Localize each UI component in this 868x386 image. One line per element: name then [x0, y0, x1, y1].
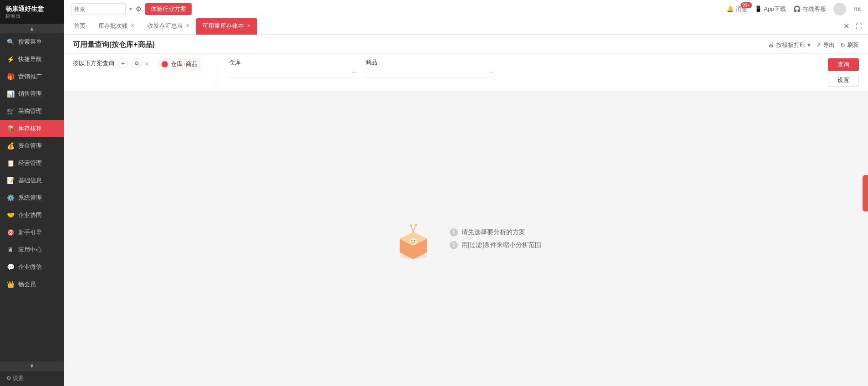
app-logo: 畅康通好生意 标准版: [0, 0, 64, 24]
message-button[interactable]: 🔔 消息 99+: [726, 5, 747, 13]
notes-icon: 📝: [6, 176, 15, 185]
topbar: ▾ ⚙ 体验行业方案 🔔 消息 99+ 📱 App下载 🎧 在线客服 Rit: [64, 0, 868, 18]
topbar-search-input[interactable]: [71, 3, 126, 15]
sidebar-item-membership[interactable]: 👑 畅会员: [0, 276, 64, 293]
filter-left: 按以下方案查询 + ⚙ «: [73, 58, 149, 68]
page-title: 可用量查询(按仓库+商品): [73, 40, 155, 50]
right-scroll-handle[interactable]: [863, 175, 868, 211]
sidebar-item-inventory[interactable]: 📦 库存核算: [0, 120, 64, 137]
query-button[interactable]: 查询: [828, 58, 859, 71]
industry-solution-button[interactable]: 体验行业方案: [145, 3, 192, 15]
warehouse-field-label: 仓库: [229, 58, 356, 67]
refresh-button[interactable]: ↻ 刷新: [840, 41, 859, 49]
tab-bar: 首页 库存批次账 ✕ 收发存汇总表 ✕ 可用量库存账本 ✕ ✕ ⛶: [64, 18, 868, 35]
gift-icon: 🎁: [6, 72, 15, 81]
filter-fields: 仓库 ··· 商品 ···: [229, 58, 810, 77]
warehouse-field-input-wrapper: ···: [229, 68, 356, 77]
sidebar-bottom[interactable]: ⚙ 设置: [0, 371, 64, 386]
tab-receipt-summary[interactable]: 收发存汇总表 ✕: [141, 18, 196, 35]
sidebar-scroll-down[interactable]: ▼: [0, 361, 64, 371]
filter-scheme-list: 仓库+商品: [158, 58, 202, 70]
search-icon: 🔍: [6, 38, 15, 46]
app-download-button[interactable]: 📱 App下载: [755, 5, 786, 13]
settings-small-button[interactable]: 设置: [828, 74, 859, 87]
tab-home[interactable]: 首页: [67, 18, 92, 35]
filter-label: 按以下方案查询: [73, 59, 114, 67]
goods-input[interactable]: [365, 68, 488, 75]
filter-settings-button[interactable]: ⚙: [132, 58, 142, 68]
tab-expand-button[interactable]: ⛶: [853, 21, 864, 32]
tab-close-button[interactable]: ✕: [841, 21, 852, 32]
crown-icon: 👑: [6, 280, 15, 288]
money-icon: 💰: [6, 142, 15, 150]
app-version: 标准版: [5, 13, 58, 19]
tab-label: 可用量库存账本: [203, 22, 244, 30]
tab-close-icon[interactable]: ✕: [186, 23, 190, 29]
page-header-actions: 🖨 按模板打印 ▾ ↗ 导出 ↻ 刷新: [768, 41, 859, 49]
svg-line-9: [413, 225, 416, 232]
goods-field-input-wrapper: ···: [365, 68, 493, 77]
svg-point-11: [415, 224, 417, 226]
tip-num-1: 1: [450, 228, 458, 237]
print-chevron-icon: ▾: [807, 41, 811, 48]
sidebar-item-label: 快捷导航: [18, 55, 42, 63]
target-icon: 🎯: [6, 228, 15, 237]
filter-collapse-button[interactable]: «: [145, 60, 149, 67]
sidebar: 畅康通好生意 标准版 ▲ 🔍 搜索菜单 ⚡ 快捷导航 🎁 营销推广 📊 销售管理…: [0, 0, 64, 386]
sidebar-item-label: 新手引导: [18, 228, 42, 237]
tabs-right-controls: ✕ ⛶: [841, 21, 864, 32]
tab-close-icon[interactable]: ✕: [247, 23, 251, 29]
export-button[interactable]: ↗ 导出: [816, 41, 835, 49]
phone-icon: 📱: [755, 5, 762, 12]
monitor-icon: 🖥: [6, 246, 15, 254]
filter-field-warehouse: 仓库 ···: [229, 58, 356, 77]
sidebar-item-quicknav[interactable]: ⚡ 快捷导航: [0, 51, 64, 68]
tab-close-icon[interactable]: ✕: [131, 23, 135, 29]
main-content: ▾ ⚙ 体验行业方案 🔔 消息 99+ 📱 App下载 🎧 在线客服 Rit 首…: [64, 0, 868, 386]
sidebar-item-label: 基础信息: [18, 176, 42, 185]
chat-icon: 💬: [6, 263, 15, 271]
tab-available-inventory[interactable]: 可用量库存账本 ✕: [196, 18, 257, 35]
warehouse-input[interactable]: [229, 68, 351, 75]
warehouse-more-icon[interactable]: ···: [352, 68, 357, 75]
sidebar-item-purchase[interactable]: 🛒 采购管理: [0, 103, 64, 120]
cart-icon: 🛒: [6, 107, 15, 115]
filter-actions-right: 查询 设置: [819, 58, 859, 87]
filter-add-button[interactable]: +: [118, 58, 128, 68]
sidebar-item-label: 资金管理: [18, 142, 42, 150]
sidebar-item-label: 营销推广: [18, 72, 42, 81]
sidebar-item-app-center[interactable]: 🖥 应用中心: [0, 241, 64, 258]
print-button[interactable]: 🖨 按模板打印 ▾: [768, 41, 811, 49]
sidebar-item-label: 畅会员: [18, 280, 36, 288]
sidebar-item-finance[interactable]: 💰 资金管理: [0, 137, 64, 154]
sidebar-item-marketing[interactable]: 🎁 营销推广: [0, 68, 64, 85]
sidebar-scroll-up[interactable]: ▲: [0, 24, 64, 33]
bell-icon: 🔔: [726, 5, 734, 12]
sidebar-item-system[interactable]: ⚙️ 系统管理: [0, 189, 64, 206]
goods-more-icon[interactable]: ···: [488, 68, 493, 75]
sidebar-item-operations[interactable]: 📋 经营管理: [0, 154, 64, 172]
svg-point-5: [410, 238, 417, 245]
filter-area: 按以下方案查询 + ⚙ « 仓库+商品 仓库 ··· 商品: [64, 54, 868, 92]
empty-state: 1 请先选择要分析的方案 2 用[过滤]条件来缩小分析范围: [391, 216, 542, 262]
scheme-item-warehouse-goods[interactable]: 仓库+商品: [158, 58, 202, 70]
sidebar-item-label: 销售管理: [18, 90, 42, 98]
sidebar-item-label: 系统管理: [18, 194, 42, 202]
chevron-down-icon[interactable]: ▾: [129, 6, 132, 12]
headset-icon: 🎧: [793, 5, 801, 12]
sidebar-item-sales[interactable]: 📊 销售管理: [0, 85, 64, 103]
scheme-active-icon: [162, 61, 168, 67]
sidebar-item-label: 企业协同: [18, 211, 42, 219]
sidebar-item-wechat[interactable]: 💬 企业微信: [0, 258, 64, 276]
sidebar-item-collab[interactable]: 🤝 企业协同: [0, 206, 64, 224]
box-icon: 📦: [6, 124, 15, 133]
tab-inventory-batch[interactable]: 库存批次账 ✕: [92, 18, 141, 35]
online-service-button[interactable]: 🎧 在线客服: [793, 5, 826, 13]
sidebar-item-basic-info[interactable]: 📝 基础信息: [0, 172, 64, 189]
empty-tips: 1 请先选择要分析的方案 2 用[过滤]条件来缩小分析范围: [450, 228, 542, 249]
user-avatar[interactable]: [833, 3, 846, 15]
sidebar-item-search[interactable]: 🔍 搜索菜单: [0, 33, 64, 51]
topbar-gear-icon[interactable]: ⚙: [136, 5, 142, 13]
sidebar-item-newbie[interactable]: 🎯 新手引导: [0, 224, 64, 241]
scheme-label: 仓库+商品: [171, 60, 198, 68]
